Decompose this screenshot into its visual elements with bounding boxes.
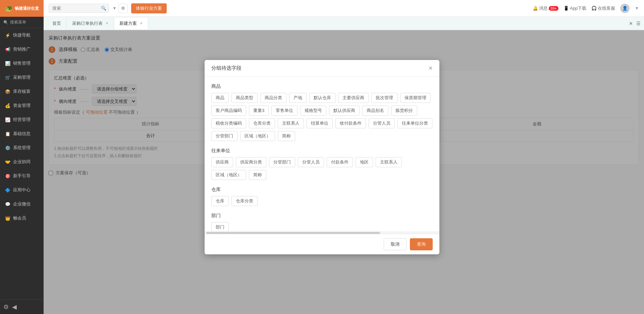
field-tag-partner-5[interactable]: 地区	[356, 157, 373, 167]
notification-badge: 99+	[549, 6, 558, 11]
field-tag-partner-0[interactable]: 供应商	[211, 157, 233, 167]
field-tag-warehouse-1[interactable]: 仓库分类	[231, 196, 258, 206]
tab-label-new-plan: 新建方案	[119, 20, 137, 26]
sidebar-item-label-newbie: 新手引导	[13, 173, 31, 179]
sidebar-item-wechat[interactable]: 💬企业微信	[0, 197, 44, 211]
online-service-area[interactable]: 🎧 在线客服	[591, 5, 615, 11]
field-tag-product-1[interactable]: 商品类型	[231, 93, 258, 103]
field-tag-product-16[interactable]: 仓库分类	[249, 118, 275, 128]
field-tag-product-4[interactable]: 默认仓库	[309, 93, 335, 103]
notification-area[interactable]: 🔔 消息 99+	[533, 5, 558, 11]
field-tag-partner-7[interactable]: 区域（地区）	[211, 170, 246, 180]
field-tag-product-20[interactable]: 分管人员	[369, 118, 395, 128]
field-tag-product-23[interactable]: 区域（地区）	[240, 131, 275, 141]
marketing-icon: 📢	[5, 47, 10, 52]
sidebar-item-apps[interactable]: 🔷应用中心	[0, 183, 44, 197]
field-tag-partner-6[interactable]: 主联系人	[376, 157, 402, 167]
sidebar-item-inventory[interactable]: 📦库存核算	[0, 84, 44, 99]
field-tag-partner-4[interactable]: 付款条件	[327, 157, 353, 167]
field-tag-partner-2[interactable]: 分管部门	[269, 157, 295, 167]
field-tag-product-0[interactable]: 商品	[211, 93, 229, 103]
field-tag-product-5[interactable]: 主要供应商	[338, 93, 369, 103]
tab-home[interactable]: 首页	[47, 18, 67, 29]
trial-btn[interactable]: 体验行业方案	[131, 3, 167, 13]
topbar-gear-btn[interactable]: ⚙	[118, 4, 128, 13]
sidebar-settings-btn[interactable]: ⚙	[3, 303, 9, 311]
sidebar-search[interactable]: 🔍 搜索菜单	[0, 17, 44, 28]
tab-label-purchase-order: 采购订单执行表	[72, 20, 103, 26]
sidebar-item-system[interactable]: ⚙️系统管理	[0, 141, 44, 155]
field-tag-product-11[interactable]: 规格型号	[300, 106, 326, 116]
corp-icon: 🤝	[5, 159, 10, 165]
field-tag-product-17[interactable]: 主联系人	[278, 118, 304, 128]
user-dropdown-arrow[interactable]: ▼	[635, 6, 639, 11]
sidebar-item-label-wechat: 企业微信	[13, 201, 31, 207]
field-group-title-partner: 往来单位	[211, 148, 433, 154]
sales-icon: 📊	[5, 61, 10, 66]
modal-hscroll[interactable]	[205, 232, 439, 234]
topbar-search-input[interactable]	[49, 4, 109, 13]
app-download-area[interactable]: 📱 App下载	[564, 5, 586, 11]
wechat-icon: 💬	[5, 201, 10, 207]
sidebar-item-label-operation: 经营管理	[13, 117, 31, 123]
modal-close-btn[interactable]: ✕	[428, 65, 433, 71]
field-tag-product-9[interactable]: 重量3	[249, 106, 269, 116]
app-download-label: App下载	[570, 5, 586, 11]
sidebar-item-newbie[interactable]: 🎯新手引导	[0, 169, 44, 183]
tab-new-plan[interactable]: 新建方案✕	[114, 18, 148, 29]
tab-purchase-order[interactable]: 采购订单执行表✕	[67, 18, 114, 29]
modal-body[interactable]: 商品商品商品类型商品分类产地默认仓库主要供应商批次管理保质期管理客户商品编码重量…	[205, 77, 439, 232]
field-tag-product-12[interactable]: 默认供应商	[329, 106, 360, 116]
member-icon: 👑	[5, 215, 10, 221]
apps-icon: 🔷	[5, 187, 10, 193]
sidebar: 🐢 畅捷通好生意 🔍 搜索菜单 ⚡快捷导航📢营销推广📊销售管理🛒采购管理📦库存核…	[0, 0, 44, 314]
sidebar-item-quick-nav[interactable]: ⚡快捷导航	[0, 28, 44, 42]
field-tag-product-15[interactable]: 税收分类编码	[211, 118, 246, 128]
dropdown-arrow: ▼	[112, 6, 117, 11]
field-tag-warehouse-0[interactable]: 仓库	[211, 196, 229, 206]
field-tag-product-2[interactable]: 商品分类	[260, 93, 286, 103]
tab-close-purchase-order[interactable]: ✕	[106, 21, 108, 25]
field-tag-product-14[interactable]: 炼货积分	[391, 106, 417, 116]
sidebar-item-sales[interactable]: 📊销售管理	[0, 56, 44, 70]
modal-dialog: 分组待选字段 ✕ 商品商品商品类型商品分类产地默认仓库主要供应商批次管理保质期管…	[205, 60, 439, 254]
field-tag-department-0[interactable]: 部门	[211, 222, 229, 232]
tabbar-close-icon[interactable]: ✕	[629, 21, 633, 26]
sidebar-item-purchase[interactable]: 🛒采购管理	[0, 70, 44, 84]
sidebar-item-label-quick-nav: 快捷导航	[13, 32, 31, 38]
field-tag-product-22[interactable]: 分管部门	[211, 131, 237, 141]
field-tag-product-19[interactable]: 收付款条件	[335, 118, 366, 128]
field-tag-product-8[interactable]: 客户商品编码	[211, 106, 246, 116]
field-group-title-warehouse: 仓库	[211, 187, 433, 193]
field-tag-product-3[interactable]: 产地	[289, 93, 307, 103]
sidebar-item-basic[interactable]: 📋基础信息	[0, 127, 44, 141]
sidebar-item-finance[interactable]: 💰资金管理	[0, 99, 44, 113]
tabbar-menu-icon[interactable]: ☰	[636, 21, 641, 26]
search-icon: 🔍	[3, 20, 8, 25]
notification-label: 消息	[539, 5, 548, 11]
sidebar-collapse-btn[interactable]: ◀	[12, 303, 17, 311]
field-tag-partner-1[interactable]: 供应商分类	[236, 157, 266, 167]
field-tag-product-13[interactable]: 商品别名	[362, 106, 388, 116]
tab-close-new-plan[interactable]: ✕	[140, 21, 143, 25]
field-tag-partner-8[interactable]: 简称	[249, 170, 266, 180]
user-avatar[interactable]: 👤	[620, 4, 630, 13]
confirm-btn[interactable]: 查询	[410, 238, 433, 250]
sidebar-item-corp[interactable]: 🤝企业协同	[0, 155, 44, 169]
sidebar-item-marketing[interactable]: 📢营销推广	[0, 42, 44, 56]
quick-nav-icon: ⚡	[5, 33, 10, 38]
cancel-btn[interactable]: 取消	[384, 238, 407, 250]
field-tag-product-18[interactable]: 结算单位	[307, 118, 333, 128]
sidebar-item-member[interactable]: 👑畅会员	[0, 211, 44, 225]
field-tag-product-21[interactable]: 往来单位分类	[397, 118, 432, 128]
sidebar-item-operation[interactable]: 📈经营管理	[0, 113, 44, 127]
field-tag-product-10[interactable]: 零售单位	[271, 106, 298, 116]
field-tag-product-6[interactable]: 批次管理	[371, 93, 397, 103]
field-tag-product-7[interactable]: 保质期管理	[400, 93, 431, 103]
online-service-label: 在线客服	[598, 5, 615, 11]
field-group-title-product: 商品	[211, 83, 433, 89]
field-tag-partner-3[interactable]: 分管人员	[298, 157, 324, 167]
field-tags-product: 商品商品类型商品分类产地默认仓库主要供应商批次管理保质期管理客户商品编码重量3零…	[211, 93, 433, 141]
field-tag-product-24[interactable]: 简称	[278, 131, 295, 141]
topbar: 🔍 ▼ ⚙ 体验行业方案 🔔 消息 99+ 📱 App下载 🎧 在线客服 👤 ▼	[44, 0, 644, 17]
